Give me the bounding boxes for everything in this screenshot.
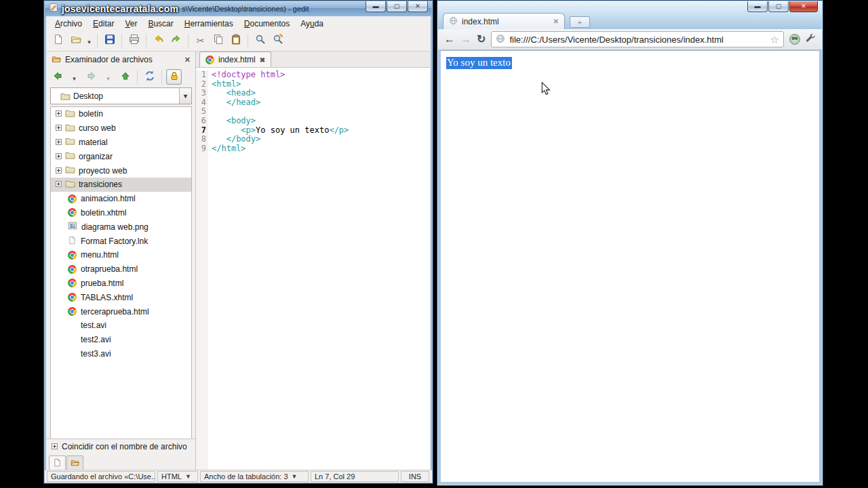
back-dropdown-button[interactable]: ▾ [66, 69, 82, 85]
selected-paragraph[interactable]: Yo soy un texto [446, 57, 512, 69]
file-row[interactable]: test3.avi [51, 347, 191, 361]
menu-herramientas[interactable]: Herramientas [179, 18, 239, 30]
location-dropdown[interactable]: Desktop ▼ [50, 87, 192, 104]
cut-button[interactable]: ✂ [192, 33, 209, 49]
expander-icon[interactable] [52, 442, 58, 451]
close-button[interactable]: ✕ [789, 1, 818, 12]
tab-close-icon[interactable]: ✕ [553, 18, 559, 25]
panel-close-icon[interactable]: ✕ [184, 56, 191, 64]
gedit-menubar: ArchivoEditarVerBuscarHerramientasDocume… [47, 16, 430, 31]
file-row[interactable]: boletin.xhtml [51, 206, 191, 220]
match-filename-expander[interactable]: Coincidir con el nombre de archivo [47, 439, 195, 454]
maximize-button[interactable]: ▢ [768, 1, 789, 12]
menu-editar[interactable]: Editar [87, 18, 119, 30]
search-button[interactable] [252, 33, 269, 49]
back-button[interactable]: ← [444, 34, 455, 45]
expander-icon[interactable] [56, 109, 62, 119]
menu-archivo[interactable]: Archivo [50, 18, 87, 30]
open-dropdown-button[interactable]: ▾ [85, 33, 94, 49]
new-tab-button[interactable]: + [570, 16, 590, 28]
browser-viewport[interactable]: Yo soy un texto [441, 50, 819, 482]
forward-dropdown-button[interactable]: ▾ [100, 69, 116, 85]
url-text[interactable]: file:///C:/Users/Vicente/Desktop/transic… [509, 35, 766, 45]
chrome-window-controls: ▬ ▢ ✕ [747, 1, 818, 12]
side-panel-tab-file-browser[interactable] [66, 455, 83, 470]
file-browser-header: Examinador de archivos ✕ [47, 52, 195, 68]
file-row[interactable]: test.avi [51, 319, 191, 333]
expander-icon[interactable] [56, 180, 62, 189]
language-dropdown[interactable]: HTML▼ [157, 471, 198, 482]
back-button[interactable] [50, 69, 65, 85]
folder-row[interactable]: material [51, 136, 191, 150]
bookmark-star-icon[interactable]: ☆ [770, 35, 779, 45]
file-row[interactable]: animacion.html [51, 192, 191, 206]
file-row[interactable]: menu.html [51, 248, 191, 262]
undo-button[interactable] [150, 33, 167, 49]
menu-buscar[interactable]: Buscar [142, 18, 178, 30]
save-button[interactable] [101, 33, 118, 49]
expander-icon[interactable] [56, 123, 62, 133]
forward-button[interactable] [83, 69, 99, 85]
code-line[interactable]: <html> [212, 80, 349, 89]
file-row[interactable]: diagrama web.png [51, 220, 191, 234]
file-row[interactable]: otraprueba.html [51, 262, 191, 277]
file-row[interactable]: test2.avi [51, 333, 191, 347]
new-document-button[interactable] [50, 33, 66, 49]
folder-row[interactable]: organizar [51, 149, 191, 163]
close-button[interactable]: ✕ [408, 1, 428, 12]
expander-icon[interactable] [56, 138, 62, 147]
code-line[interactable] [212, 107, 349, 117]
file-row[interactable]: TABLAS.xhtml [51, 290, 191, 304]
code-text[interactable]: <!doctype html><html> <head> </head> <bo… [208, 70, 349, 470]
redo-button[interactable] [167, 33, 184, 49]
up-button[interactable] [117, 69, 133, 85]
refresh-button[interactable] [142, 69, 157, 85]
chevron-down-icon[interactable]: ▼ [179, 88, 191, 104]
code-line[interactable]: </body> [212, 135, 349, 144]
forward-button[interactable]: → [460, 34, 471, 45]
file-row[interactable]: prueba.html [51, 277, 191, 291]
tab-width-dropdown[interactable]: Ancho de la tabulación: 3▼ [200, 471, 309, 482]
code-token-plain [212, 134, 226, 144]
expander-icon[interactable] [56, 166, 62, 176]
folder-row[interactable]: boletín [51, 107, 191, 121]
editor-tab-index-html[interactable]: index.html ✖ [199, 52, 271, 67]
maximize-button[interactable]: ▢ [387, 1, 407, 12]
side-panel-tab-documents[interactable] [49, 455, 66, 470]
file-row[interactable]: Format Factory.lnk [51, 234, 191, 248]
expander-icon[interactable] [56, 152, 62, 161]
reload-button[interactable]: ↻ [477, 34, 486, 45]
print-button[interactable] [125, 33, 142, 49]
menu-ayuda[interactable]: Ayuda [295, 18, 329, 30]
code-area[interactable]: 123456789 <!doctype html><html> <head> <… [196, 68, 430, 470]
gedit-titlebar[interactable]: josevicentecarratala.com s\Vicente\Deskt… [45, 1, 432, 16]
file-row[interactable]: terceraprueba.html [51, 304, 191, 319]
folder-row[interactable]: curso web [51, 121, 191, 136]
gedit-window: josevicentecarratala.com s\Vicente\Deskt… [43, 0, 433, 484]
bookmarks-button[interactable] [166, 69, 182, 85]
extension-icon[interactable] [789, 34, 800, 45]
code-line[interactable]: <head> [212, 89, 349, 98]
code-line[interactable]: </head> [212, 98, 349, 108]
file-label: diagrama web.png [81, 222, 149, 232]
menu-documentos[interactable]: Documentos [239, 18, 295, 30]
tab-favicon-globe-icon [449, 16, 458, 27]
code-line[interactable]: </html> [212, 144, 349, 154]
copy-button[interactable] [210, 33, 226, 49]
code-line[interactable]: <p>Yo soy un texto</p> [212, 126, 349, 136]
omnibox[interactable]: file:///C:/Users/Vicente/Desktop/transic… [491, 31, 784, 47]
menu-ver[interactable]: Ver [119, 18, 142, 30]
paste-button[interactable] [227, 33, 244, 49]
minimize-button[interactable]: ▬ [747, 1, 768, 12]
folder-row[interactable]: proyecto web [51, 163, 191, 178]
browser-tab[interactable]: index.html ✕ [443, 13, 565, 29]
folder-row[interactable]: transiciones [51, 178, 191, 192]
wrench-icon[interactable] [806, 33, 816, 46]
code-line[interactable]: <body> [212, 117, 349, 126]
search-replace-button[interactable] [269, 33, 286, 49]
code-line[interactable]: <!doctype html> [212, 70, 349, 80]
open-document-button[interactable] [67, 33, 84, 49]
minimize-button[interactable]: ▬ [366, 1, 386, 12]
tab-close-icon[interactable]: ✖ [260, 56, 265, 64]
chrome-titlebar[interactable]: index.html ✕ + ▬ ▢ ✕ [438, 1, 822, 29]
